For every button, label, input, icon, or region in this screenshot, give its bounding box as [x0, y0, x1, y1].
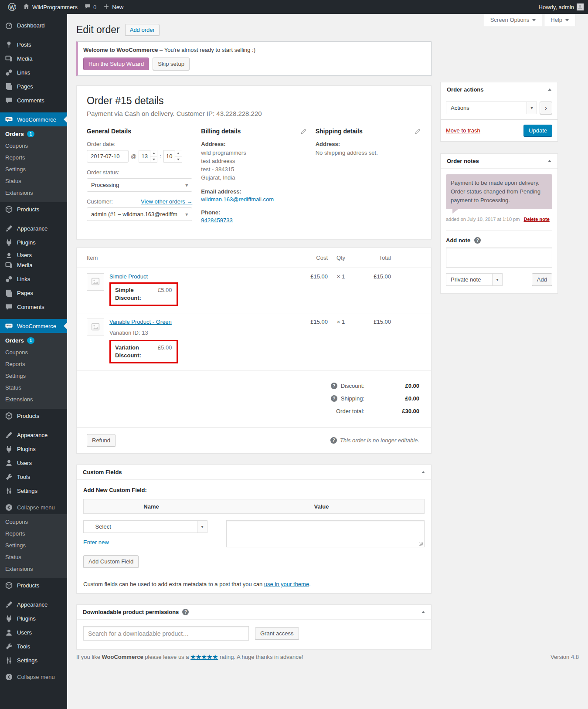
sidebar-item-products[interactable]: Products — [0, 409, 67, 423]
help-icon[interactable] — [331, 395, 337, 402]
move-to-trash-link[interactable]: Move to trash — [446, 127, 480, 134]
sidebar-item-orders[interactable]: Orders1 — [0, 128, 67, 140]
sidebar-item-status[interactable]: Status — [0, 551, 67, 563]
sidebar-item-tools[interactable]: Tools — [0, 470, 67, 484]
apply-action-button[interactable]: › — [540, 102, 552, 114]
item-cost-value: £15.00 — [310, 319, 328, 325]
comments-shortcut[interactable]: 0 — [81, 0, 100, 14]
customer-select[interactable]: admin (#1 – wildman.163@rediffmai.x — [87, 207, 192, 221]
order-actions-select[interactable]: Actions — [446, 102, 537, 114]
sidebar-item-users[interactable]: Users — [0, 456, 67, 470]
sidebar-item-extensions[interactable]: Extensions — [0, 563, 67, 575]
sidebar-item-pages[interactable]: Pages — [0, 286, 67, 300]
order-minute-stepper[interactable]: 10 — [163, 150, 182, 163]
collapse-panel-icon[interactable] — [421, 469, 425, 473]
help-icon[interactable] — [474, 237, 481, 244]
billing-phone-link[interactable]: 9428459733 — [201, 217, 232, 224]
collapse-panel-icon[interactable] — [421, 609, 425, 613]
sidebar-item-coupons[interactable]: Coupons — [0, 140, 67, 152]
spinner-icon[interactable] — [175, 150, 182, 163]
skip-setup-button[interactable]: Skip setup — [153, 58, 190, 70]
add-note-button[interactable]: Add — [532, 273, 552, 286]
sidebar-item-plugins[interactable]: Plugins — [0, 235, 67, 249]
order-date-input[interactable]: 2017-07-10 — [87, 150, 129, 163]
billing-email-link[interactable]: wildman.163@rediffmail.com — [201, 196, 274, 203]
order-status-select[interactable]: Processing — [87, 178, 192, 192]
sidebar-item-tools[interactable]: Tools — [0, 639, 67, 653]
product-name-link[interactable]: Simple Product — [109, 273, 148, 278]
sidebar-item-posts[interactable]: Posts — [0, 37, 67, 51]
add-order-button[interactable]: Add order — [125, 24, 160, 36]
sidebar-item-pages[interactable]: Pages — [0, 79, 67, 93]
sidebar-item-extensions[interactable]: Extensions — [0, 394, 67, 405]
downloadable-product-search-input[interactable] — [83, 626, 249, 641]
sidebar-item-settings[interactable]: Settings — [0, 653, 67, 667]
wordpress-menu[interactable]: Ⓦ — [4, 0, 20, 14]
add-custom-field-button[interactable]: Add Custom Field — [83, 555, 139, 568]
collapse-panel-icon[interactable] — [548, 158, 551, 162]
spinner-icon[interactable] — [150, 150, 157, 163]
sidebar-item-extensions[interactable]: Extensions — [0, 187, 67, 199]
sidebar-item-appearance[interactable]: Appearance — [0, 221, 67, 235]
pages-icon — [5, 82, 13, 91]
refund-button[interactable]: Refund — [87, 434, 116, 447]
sidebar-item-settings[interactable]: Settings — [0, 484, 67, 498]
sidebar-item-coupons[interactable]: Coupons — [0, 516, 67, 528]
order-hour-stepper[interactable]: 13 — [139, 150, 157, 163]
sidebar-item-settings[interactable]: Settings — [0, 163, 67, 175]
rating-stars-link[interactable]: ★★★★★ — [190, 654, 218, 660]
product-name-link[interactable]: Variable Product - Green — [109, 319, 172, 325]
sidebar-item-users[interactable]: Users — [0, 249, 67, 258]
sidebar-item-dashboard[interactable]: Dashboard — [0, 18, 67, 32]
sidebar-item-collapse-menu[interactable]: Collapse menu — [0, 500, 67, 514]
sidebar-item-coupons[interactable]: Coupons — [0, 346, 67, 358]
custom-field-value-textarea[interactable] — [226, 520, 425, 547]
custom-field-name-select[interactable]: — Select — — [83, 520, 207, 533]
edit-billing-icon[interactable] — [300, 128, 307, 135]
sidebar-item-woocommerce[interactable]: WooWooCommerce — [0, 319, 67, 333]
note-type-select[interactable]: Private note — [446, 273, 503, 286]
sidebar-item-reports[interactable]: Reports — [0, 152, 67, 163]
sidebar-item-label: Coupons — [5, 142, 28, 149]
sidebar-item-orders[interactable]: Orders1 — [0, 335, 67, 346]
sidebar-item-appearance[interactable]: Appearance — [0, 428, 67, 442]
sidebar-item-settings[interactable]: Settings — [0, 370, 67, 382]
run-setup-wizard-button[interactable]: Run the Setup Wizard — [83, 58, 149, 70]
grant-access-button[interactable]: Grant access — [255, 627, 299, 640]
help-icon[interactable] — [330, 437, 337, 444]
sidebar-item-status[interactable]: Status — [0, 175, 67, 187]
help-button[interactable]: Help — [544, 14, 575, 26]
update-button[interactable]: Update — [523, 125, 552, 136]
sidebar-item-appearance[interactable]: Appearance — [0, 597, 67, 611]
sidebar-item-products[interactable]: Products — [0, 202, 67, 216]
sidebar-item-plugins[interactable]: Plugins — [0, 611, 67, 625]
site-name-link[interactable]: WildProgrammers — [20, 0, 81, 14]
sidebar-item-collapse-menu[interactable]: Collapse menu — [0, 670, 67, 684]
add-note-textarea[interactable] — [446, 248, 552, 268]
collapse-panel-icon[interactable] — [548, 87, 551, 91]
sidebar-item-plugins[interactable]: Plugins — [0, 442, 67, 456]
new-content-menu[interactable]: New — [100, 0, 127, 14]
sidebar-item-reports[interactable]: Reports — [0, 358, 67, 370]
view-other-orders-link[interactable]: View other orders → — [141, 198, 192, 205]
sidebar-item-links[interactable]: Links — [0, 272, 67, 286]
use-in-theme-link[interactable]: use in your theme — [264, 581, 309, 587]
screen-options-button[interactable]: Screen Options — [484, 14, 543, 26]
sidebar-item-reports[interactable]: Reports — [0, 528, 67, 539]
edit-shipping-icon[interactable] — [415, 128, 421, 135]
sidebar-item-users[interactable]: Users — [0, 625, 67, 639]
sidebar-item-comments[interactable]: Comments — [0, 93, 67, 107]
my-account-menu[interactable]: Howdy, admin — [535, 0, 584, 14]
sidebar-item-products[interactable]: Products — [0, 578, 67, 592]
sidebar-item-woocommerce[interactable]: WooWooCommerce — [0, 112, 67, 126]
help-icon[interactable] — [182, 609, 189, 615]
delete-note-link[interactable]: Delete note — [523, 217, 549, 222]
sidebar-item-media[interactable]: Media — [0, 258, 67, 272]
sidebar-item-media[interactable]: Media — [0, 51, 67, 65]
sidebar-item-links[interactable]: Links — [0, 65, 67, 79]
enter-new-link[interactable]: Enter new — [83, 539, 109, 546]
sidebar-item-comments[interactable]: Comments — [0, 300, 67, 314]
sidebar-item-status[interactable]: Status — [0, 382, 67, 394]
sidebar-item-settings[interactable]: Settings — [0, 539, 67, 551]
help-icon[interactable] — [331, 383, 337, 389]
